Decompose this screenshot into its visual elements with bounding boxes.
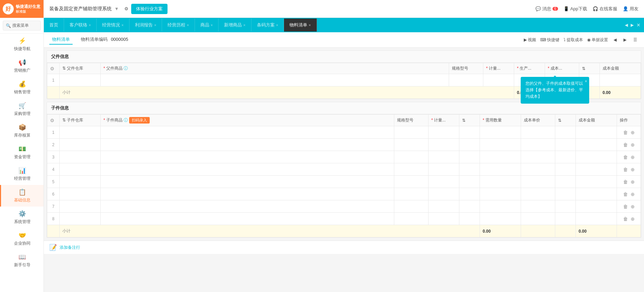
sidebar-item-finance[interactable]: 💵 资金管理	[0, 142, 44, 163]
child-amount-cell[interactable]	[576, 139, 617, 151]
child-warehouse-cell[interactable]	[60, 163, 101, 176]
child-qty-cell[interactable]	[480, 126, 521, 139]
child-product-cell[interactable]	[101, 213, 394, 225]
shortcut-button[interactable]: ⌨ 快捷键	[540, 37, 559, 43]
child-unit-price-cell[interactable]	[521, 163, 555, 176]
child-qty-cell[interactable]	[480, 151, 521, 163]
child-spec-cell[interactable]	[394, 188, 429, 200]
sidebar-item-sales[interactable]: 💰 销售管理	[0, 77, 44, 98]
tab-close-icon[interactable]: ×	[243, 23, 245, 27]
child-unit-price-cell[interactable]	[521, 139, 555, 151]
child-unit-cell[interactable]	[429, 126, 459, 139]
tab-operations[interactable]: 经营情况 ×	[97, 19, 129, 32]
child-spec-cell[interactable]	[394, 176, 429, 188]
child-warehouse-cell[interactable]	[60, 126, 101, 139]
child-amount-cell[interactable]	[576, 188, 617, 200]
child-spec-cell[interactable]	[394, 151, 429, 163]
tab-close-icon[interactable]: ×	[276, 23, 278, 27]
sidebar-item-marketing[interactable]: 📢 营销推广	[0, 55, 44, 77]
parent-warehouse-cell[interactable]	[60, 74, 101, 86]
nav-next-btn[interactable]: ▶	[622, 36, 628, 44]
scan-button[interactable]: 扫码录入	[129, 117, 150, 124]
copy-row-button[interactable]: ⊕	[630, 203, 635, 210]
delete-row-button[interactable]: 🗑	[622, 166, 629, 173]
message-button[interactable]: 💬 消息 6	[535, 6, 558, 12]
child-amount-cell[interactable]	[576, 126, 617, 139]
single-settings-button[interactable]: ◉ 单据设置	[587, 37, 608, 43]
settings-button[interactable]: ⚙	[124, 6, 128, 11]
child-unit-price-cell[interactable]	[521, 188, 555, 200]
delete-row-button[interactable]: 🗑	[622, 203, 629, 210]
child-unit-price-cell[interactable]	[521, 213, 555, 225]
tab-new-product[interactable]: 新增商品 ×	[219, 19, 251, 32]
child-product-cell[interactable]	[101, 126, 394, 139]
tab-home[interactable]: 首页	[44, 19, 64, 32]
child-amount-cell[interactable]	[576, 151, 617, 163]
video-button[interactable]: ▶ 视频	[524, 37, 536, 43]
sidebar-item-basic-info[interactable]: 📋 基础信息	[0, 185, 44, 207]
child-amount-cell[interactable]	[576, 163, 617, 176]
child-amount-cell[interactable]	[576, 176, 617, 188]
delete-row-button[interactable]: 🗑	[622, 129, 629, 136]
child-product-cell[interactable]	[101, 163, 394, 176]
nav-prev-btn[interactable]: ◀	[612, 36, 618, 44]
delete-row-button[interactable]: 🗑	[622, 215, 629, 222]
tab-close-icon[interactable]: ×	[154, 23, 156, 27]
parent-spec-cell[interactable]	[449, 74, 483, 86]
delete-row-button[interactable]: 🗑	[622, 141, 629, 148]
child-spec-cell[interactable]	[394, 139, 429, 151]
extract-cost-button[interactable]: ⤵ 提取成本	[564, 37, 583, 43]
child-unit-price-cell[interactable]	[521, 176, 555, 188]
child-qty-cell[interactable]	[480, 176, 521, 188]
child-qty-cell[interactable]	[480, 188, 521, 200]
child-unit-cell[interactable]	[429, 151, 459, 163]
parent-product-info-icon[interactable]: ⓘ	[124, 66, 128, 71]
tab-customer[interactable]: 客户联络 ×	[64, 19, 97, 32]
dropdown-icon[interactable]: ▼	[114, 6, 119, 11]
child-spec-cell[interactable]	[394, 163, 429, 176]
child-unit-cell[interactable]	[429, 213, 459, 225]
tab-close-icon[interactable]: ×	[309, 23, 311, 27]
tab-next-button[interactable]: ▶	[629, 21, 635, 29]
sidebar-item-purchase[interactable]: 🛒 采购管理	[0, 98, 44, 120]
child-warehouse-cell[interactable]	[60, 176, 101, 188]
child-warehouse-cell[interactable]	[60, 139, 101, 151]
child-warehouse-cell[interactable]	[60, 200, 101, 213]
try-btn[interactable]: 体验行业方案	[131, 4, 168, 14]
child-unit-cell[interactable]	[429, 139, 459, 151]
tab-close-icon[interactable]: ×	[121, 23, 123, 27]
child-warehouse-cell[interactable]	[60, 188, 101, 200]
sub-tab-bom[interactable]: 物料清单	[49, 35, 73, 45]
child-unit-price-cell[interactable]	[521, 151, 555, 163]
child-spec-cell[interactable]	[394, 200, 429, 213]
tab-history[interactable]: 经营历程 ×	[162, 19, 195, 32]
parent-amount-cell[interactable]	[600, 74, 641, 86]
copy-row-button[interactable]: ⊕	[630, 191, 635, 198]
parent-unit-cell[interactable]	[483, 74, 514, 86]
child-product-cell[interactable]	[101, 188, 394, 200]
child-qty-cell[interactable]	[480, 200, 521, 213]
child-table-settings-icon[interactable]: ⚙	[50, 118, 54, 123]
tab-barcode[interactable]: 条码方案 ×	[251, 19, 284, 32]
child-qty-cell[interactable]	[480, 163, 521, 176]
parent-product-cell[interactable]	[101, 74, 449, 86]
delete-row-button[interactable]: 🗑	[622, 178, 629, 185]
child-spec-cell[interactable]	[394, 126, 429, 139]
sidebar-item-guide[interactable]: 📖 新手引导	[0, 250, 44, 271]
child-unit-price-cell[interactable]	[521, 200, 555, 213]
table-settings-icon[interactable]: ⚙	[50, 66, 54, 71]
delete-row-button[interactable]: 🗑	[622, 154, 629, 161]
child-warehouse-cell[interactable]	[60, 151, 101, 163]
child-unit-cell[interactable]	[429, 163, 459, 176]
tab-profit[interactable]: 利润报告 ×	[129, 19, 162, 32]
grid-view-btn[interactable]: ☰	[632, 36, 639, 44]
sidebar-item-operations[interactable]: 📊 经营管理	[0, 163, 44, 185]
child-unit-price-cell[interactable]	[521, 126, 555, 139]
copy-row-button[interactable]: ⊕	[630, 178, 635, 185]
copy-row-button[interactable]: ⊕	[630, 166, 635, 173]
bottom-add-row[interactable]: 添加备注行	[60, 245, 80, 250]
child-warehouse-cell[interactable]	[60, 213, 101, 225]
app-download-button[interactable]: 📱 App下载	[564, 6, 587, 12]
child-product-cell[interactable]	[101, 200, 394, 213]
copy-row-button[interactable]: ⊕	[630, 129, 635, 136]
